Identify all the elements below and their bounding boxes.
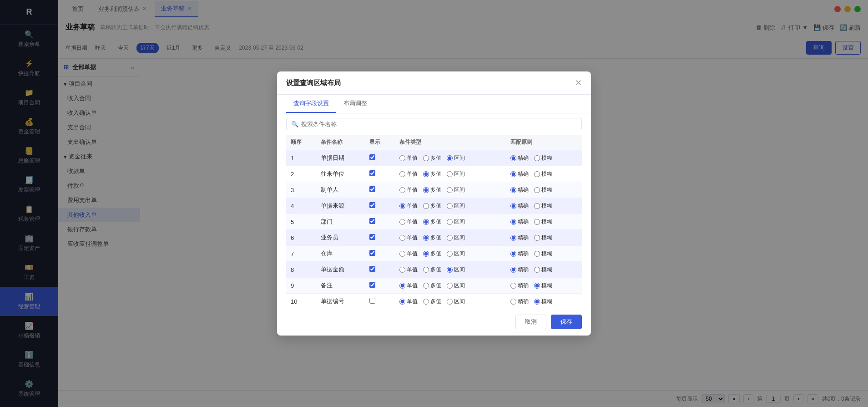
match-radio[interactable]: [534, 219, 540, 225]
type-radio-item[interactable]: 单值: [399, 250, 418, 258]
type-radio[interactable]: [423, 187, 429, 193]
type-radio[interactable]: [399, 203, 405, 209]
type-radio-item[interactable]: 区间: [447, 282, 465, 290]
match-radio-item[interactable]: 精确: [510, 250, 529, 258]
type-radio[interactable]: [447, 251, 453, 257]
match-radio-item[interactable]: 模糊: [534, 250, 552, 258]
match-radio[interactable]: [534, 235, 540, 241]
show-checkbox[interactable]: [369, 186, 375, 192]
show-checkbox[interactable]: [369, 170, 375, 176]
type-radio-item[interactable]: 单值: [399, 234, 418, 242]
type-radio[interactable]: [423, 171, 429, 177]
match-radio[interactable]: [534, 155, 540, 161]
type-radio[interactable]: [423, 267, 429, 273]
show-checkbox[interactable]: [369, 298, 375, 304]
match-radio[interactable]: [534, 171, 540, 177]
modal-search-input[interactable]: [301, 121, 577, 127]
type-radio-item[interactable]: 区间: [447, 234, 465, 242]
match-radio[interactable]: [510, 171, 516, 177]
type-radio[interactable]: [423, 251, 429, 257]
match-radio-item[interactable]: 模糊: [534, 218, 552, 226]
type-radio-item[interactable]: 单值: [399, 298, 418, 305]
type-radio-item[interactable]: 单值: [399, 186, 418, 194]
type-radio-item[interactable]: 多值: [423, 202, 441, 210]
type-radio[interactable]: [399, 251, 405, 257]
type-radio-item[interactable]: 多值: [423, 170, 441, 178]
match-radio[interactable]: [510, 219, 516, 225]
match-radio[interactable]: [534, 267, 540, 273]
type-radio[interactable]: [423, 203, 429, 209]
type-radio[interactable]: [399, 299, 405, 305]
type-radio-item[interactable]: 多值: [423, 298, 441, 305]
type-radio-item[interactable]: 区间: [447, 218, 465, 226]
modal-save-btn[interactable]: 保存: [551, 315, 582, 329]
type-radio[interactable]: [447, 299, 453, 305]
type-radio-item[interactable]: 单值: [399, 202, 418, 210]
type-radio[interactable]: [399, 187, 405, 193]
type-radio[interactable]: [447, 219, 453, 225]
match-radio[interactable]: [510, 155, 516, 161]
type-radio-item[interactable]: 区间: [447, 154, 465, 162]
show-checkbox[interactable]: [369, 154, 375, 160]
match-radio[interactable]: [510, 203, 516, 209]
show-checkbox[interactable]: [369, 250, 375, 256]
type-radio-item[interactable]: 多值: [423, 282, 441, 290]
type-radio-item[interactable]: 区间: [447, 186, 465, 194]
match-radio-item[interactable]: 模糊: [534, 170, 552, 178]
modal-tab-layout[interactable]: 布局调整: [336, 95, 374, 113]
type-radio-item[interactable]: 多值: [423, 186, 441, 194]
type-radio-item[interactable]: 多值: [423, 218, 441, 226]
show-checkbox[interactable]: [369, 202, 375, 208]
type-radio[interactable]: [423, 235, 429, 241]
match-radio-item[interactable]: 模糊: [534, 282, 552, 290]
type-radio[interactable]: [447, 283, 453, 289]
type-radio[interactable]: [423, 155, 429, 161]
match-radio-item[interactable]: 模糊: [534, 234, 552, 242]
type-radio[interactable]: [399, 171, 405, 177]
match-radio[interactable]: [534, 283, 540, 289]
type-radio-item[interactable]: 多值: [423, 154, 441, 162]
match-radio-item[interactable]: 精确: [510, 218, 529, 226]
match-radio-item[interactable]: 精确: [510, 298, 529, 305]
type-radio[interactable]: [447, 171, 453, 177]
type-radio[interactable]: [399, 219, 405, 225]
type-radio[interactable]: [423, 283, 429, 289]
match-radio[interactable]: [510, 235, 516, 241]
match-radio-item[interactable]: 模糊: [534, 154, 552, 162]
show-checkbox[interactable]: [369, 234, 375, 240]
type-radio-item[interactable]: 区间: [447, 266, 465, 274]
type-radio-item[interactable]: 区间: [447, 298, 465, 305]
type-radio-item[interactable]: 区间: [447, 202, 465, 210]
show-checkbox[interactable]: [369, 266, 375, 272]
match-radio-item[interactable]: 精确: [510, 202, 529, 210]
type-radio[interactable]: [447, 187, 453, 193]
match-radio-item[interactable]: 精确: [510, 266, 529, 274]
type-radio-item[interactable]: 多值: [423, 250, 441, 258]
type-radio-item[interactable]: 单值: [399, 266, 418, 274]
type-radio[interactable]: [447, 203, 453, 209]
type-radio-item[interactable]: 多值: [423, 266, 441, 274]
modal-close-btn[interactable]: ✕: [575, 78, 582, 88]
type-radio[interactable]: [447, 235, 453, 241]
match-radio-item[interactable]: 精确: [510, 154, 529, 162]
match-radio-item[interactable]: 精确: [510, 170, 529, 178]
type-radio[interactable]: [399, 155, 405, 161]
match-radio-item[interactable]: 精确: [510, 234, 529, 242]
match-radio[interactable]: [510, 283, 516, 289]
match-radio[interactable]: [510, 251, 516, 257]
match-radio[interactable]: [510, 299, 516, 305]
match-radio-item[interactable]: 模糊: [534, 266, 552, 274]
match-radio-item[interactable]: 精确: [510, 186, 529, 194]
type-radio[interactable]: [399, 283, 405, 289]
match-radio-item[interactable]: 模糊: [534, 298, 552, 305]
type-radio[interactable]: [399, 235, 405, 241]
match-radio[interactable]: [534, 299, 540, 305]
match-radio-item[interactable]: 模糊: [534, 186, 552, 194]
type-radio[interactable]: [447, 155, 453, 161]
type-radio[interactable]: [423, 299, 429, 305]
type-radio-item[interactable]: 单值: [399, 154, 418, 162]
type-radio[interactable]: [423, 219, 429, 225]
show-checkbox[interactable]: [369, 282, 375, 288]
type-radio-item[interactable]: 单值: [399, 170, 418, 178]
match-radio-item[interactable]: 精确: [510, 282, 529, 290]
